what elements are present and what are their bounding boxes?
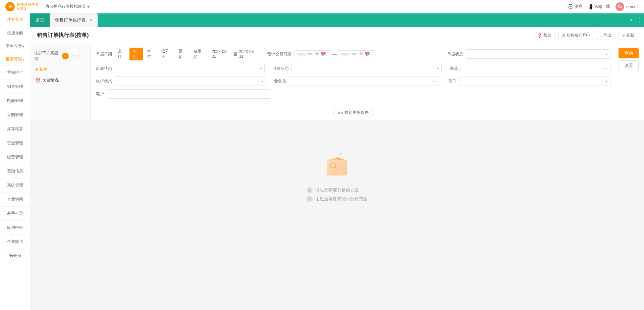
salesman-select[interactable]: ···: [289, 76, 440, 86]
settings-button[interactable]: 设置: [619, 60, 639, 71]
step-num-1: 1: [307, 187, 313, 193]
sidebar-item-wholesale[interactable]: 批发管理 ▴: [0, 53, 30, 66]
expected-date-from[interactable]: yyyy-mm-dd 📅: [294, 50, 331, 58]
filter-main-area: 单据日期 上月 本月 本年 近7天 更多 自定义: [91, 44, 616, 120]
sidebar-item-operation[interactable]: 经营管理: [0, 150, 30, 164]
export-button[interactable]: ↓ 导出: [597, 31, 614, 40]
query-button[interactable]: 查询: [619, 48, 639, 58]
collapse-icon: ∧∧: [338, 110, 343, 115]
receive-chevron-icon: ▾: [437, 67, 439, 70]
tab-bar-actions: × ⛶: [630, 17, 644, 23]
sidebar-item-quicknav[interactable]: 快捷导航: [0, 26, 30, 40]
empty-illustration: ✦ ✦: [320, 147, 354, 180]
filter-sidebar-header: 按以下方案查询 + ✎ «: [30, 48, 90, 64]
logo-icon: 好: [5, 2, 15, 11]
sidebar-item-finance[interactable]: 资金管理: [0, 136, 30, 150]
sidebar-item-retail[interactable]: 零售管理 ▾: [0, 40, 30, 53]
breadcrumb: 办公用品行业模拟账套 ▾: [46, 4, 89, 9]
empty-state: ✦ ✦ 1 请先选择要分析的方案 2 用过滤条件来缩小分析范围: [30, 120, 644, 231]
sidebar-item-enterprise[interactable]: 企业协同: [0, 193, 30, 207]
date-tab-more[interactable]: 更多: [176, 48, 189, 60]
expected-date-to[interactable]: yyyy-mm-dd 📅: [338, 50, 375, 58]
minimize-icon[interactable]: ×: [630, 17, 633, 23]
sidebar-item-marketing[interactable]: 营销推广: [0, 66, 30, 80]
svg-text:✦: ✦: [342, 156, 344, 159]
tab-home[interactable]: 首页: [30, 13, 50, 27]
logo-area: 好 畅捷通好生意 标准版: [5, 2, 39, 11]
filter-scheme-anorder[interactable]: 按单: [30, 64, 90, 75]
product-select[interactable]: ···: [461, 64, 610, 73]
filter-sidebar-actions: + ✎ «: [62, 53, 86, 59]
sidebar-item-inventory[interactable]: 库存核算: [0, 122, 30, 136]
logo-text: 畅捷通好生意 标准版: [17, 2, 39, 11]
ship-status-select[interactable]: ▾: [115, 64, 265, 73]
receive-status-label: 收款状态: [273, 66, 289, 71]
order-date-range: 2023-03-01 至 2023-03-31: [212, 49, 259, 59]
exec-status-select[interactable]: ▾: [115, 76, 266, 86]
filter-inputs: 单据日期 上月 本月 本年 近7天 更多 自定义: [91, 44, 616, 105]
date-tab-thismonth[interactable]: 本月: [129, 48, 143, 60]
chevron-up-icon: ▴: [23, 58, 24, 61]
empty-steps: 1 请先选择要分析的方案 2 用过滤条件来缩小分析范围: [307, 187, 368, 205]
customer-label: 客户: [96, 91, 104, 97]
filter-row-3: 执行状态 ▾ 业务员 ··· 部门 ▾: [96, 76, 610, 86]
print-chevron-icon: ▾: [588, 34, 590, 37]
sidebar-item-ecommerce[interactable]: 电商管理: [0, 94, 30, 108]
top-bar-right: 💬 消息 📱 App下载 Ea demo2: [568, 2, 639, 11]
tab-sales-order[interactable]: 销售订单执行表 ×: [50, 13, 98, 27]
salesman-label: 业务员: [274, 79, 286, 84]
message-icon: 💬: [568, 4, 573, 9]
sidebar-item-sales[interactable]: 销售管理: [0, 80, 30, 94]
sidebar-item-search[interactable]: 搜索菜单: [0, 13, 30, 26]
breadcrumb-arrow[interactable]: ▾: [87, 4, 89, 9]
avatar: Ea: [615, 2, 624, 11]
page-header: 销售订单执行表(按单) ❓ 帮助 🖨 按模板打印 ▾ ↓ 导出: [30, 27, 644, 44]
date-tab-custom[interactable]: 自定义: [191, 48, 208, 60]
sidebar-item-member[interactable]: 畅会员: [0, 249, 30, 263]
collapse-sidebar-button[interactable]: «: [79, 53, 86, 59]
export-icon: ↓: [600, 33, 602, 38]
top-bar-left: 好 畅捷通好生意 标准版 办公用品行业模拟账套 ▾: [5, 2, 89, 11]
customer-select[interactable]: ···: [107, 89, 271, 99]
order-status-select[interactable]: ▾: [466, 49, 610, 59]
dept-select[interactable]: ▾: [459, 76, 610, 86]
calendar-to-icon: 📅: [365, 52, 370, 57]
expected-date-label: 预计交货日期: [267, 51, 291, 57]
top-bar: 好 畅捷通好生意 标准版 办公用品行业模拟账套 ▾ 💬 消息 📱 App下载 E…: [0, 0, 644, 13]
step-num-2: 2: [307, 196, 313, 202]
order-status-label: 单据状态: [447, 51, 463, 57]
date-tab-thisyear[interactable]: 本年: [144, 48, 158, 60]
chevron-down-icon: ▾: [23, 45, 24, 48]
user-menu[interactable]: Ea demo2: [615, 2, 639, 11]
tab-close-button[interactable]: ×: [90, 17, 92, 23]
page-title: 销售订单执行表(按单): [37, 32, 89, 39]
sidebar-item-purchase[interactable]: 采购管理: [0, 108, 30, 122]
help-button[interactable]: ❓ 帮助: [534, 31, 554, 40]
sidebar-group-retail: 零售管理 ▾: [0, 40, 30, 53]
add-scheme-button[interactable]: +: [62, 53, 69, 59]
sidebar-item-system[interactable]: 系统管理: [0, 178, 30, 193]
filter-sidebar: 按以下方案查询 + ✎ « 按单 ⏰ 欠货情况: [30, 44, 91, 120]
sidebar-item-newbie[interactable]: 新手引导: [0, 207, 30, 221]
sidebar-item-appstore[interactable]: 应用中心: [0, 221, 30, 235]
date-tab-lastmonth[interactable]: 上月: [115, 48, 128, 60]
page-content: 销售订单执行表(按单) ❓ 帮助 🖨 按模板打印 ▾ ↓ 导出: [30, 27, 644, 310]
receive-status-select[interactable]: ▾: [291, 64, 441, 73]
message-button[interactable]: 💬 消息: [568, 4, 583, 9]
help-icon: ❓: [537, 33, 542, 38]
salesman-dots-icon: ···: [433, 78, 437, 84]
collapse-filter-button[interactable]: ∧∧ 收起更多条件: [333, 108, 373, 117]
maximize-icon[interactable]: ⛶: [635, 17, 640, 23]
edit-scheme-button[interactable]: ✎: [71, 53, 77, 59]
sidebar-item-wechat[interactable]: 企业微信: [0, 235, 30, 249]
sidebar-item-basic[interactable]: 基础信息: [0, 164, 30, 178]
dept-chevron-icon: ▾: [606, 80, 607, 83]
main-layout: 搜索菜单 快捷导航 零售管理 ▾ 批发管理 ▴ 营销推广 销售管理 电商管理 采: [0, 13, 644, 310]
app-download-button[interactable]: 📱 App下载: [588, 4, 610, 9]
date-tab-last7[interactable]: 近7天: [159, 48, 174, 60]
print-button[interactable]: 🖨 按模板打印 ▾: [558, 31, 593, 40]
filter-scheme-owing[interactable]: ⏰ 欠货情况: [30, 75, 90, 86]
refresh-button[interactable]: ↺ 刷新: [619, 31, 637, 40]
ship-chevron-icon: ▾: [260, 67, 262, 70]
tab-bar: 首页 销售订单执行表 × × ⛶: [30, 13, 644, 27]
